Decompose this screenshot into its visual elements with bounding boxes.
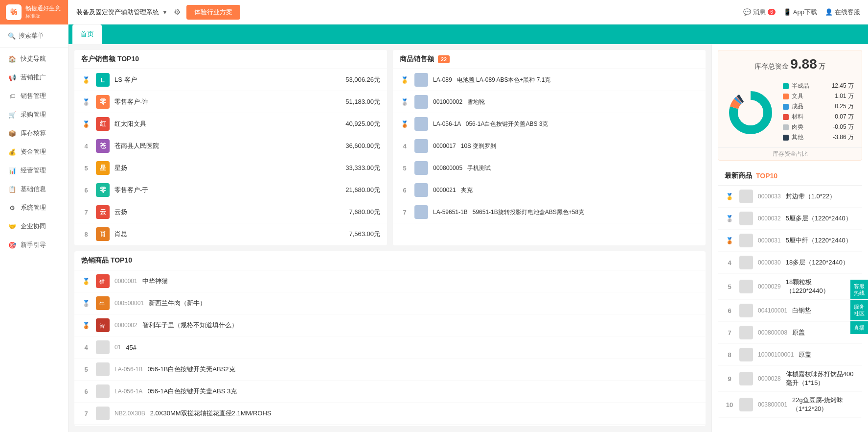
legend-value: 0.25 万 bbox=[835, 102, 854, 111]
trial-button[interactable]: 体验行业方案 bbox=[186, 5, 240, 20]
sidebar-item-sales[interactable]: 🏷 销售管理 bbox=[0, 87, 68, 105]
legend-color-icon bbox=[783, 83, 789, 89]
settings-icon[interactable]: ⚙ bbox=[174, 7, 181, 17]
sidebar-item-marketing[interactable]: 📢 营销推广 bbox=[0, 68, 68, 87]
customer-value: 36,600.00元 bbox=[345, 142, 380, 150]
customer-rank-list: 🥇 L LS 客户 53,006.26元 🥈 零 零售客户-许 51,183.0… bbox=[74, 69, 387, 245]
customer-top10-panel: 客户销售额 TOP10 🥇 L LS 客户 53,006.26元 🥈 bbox=[74, 50, 387, 245]
menu-label: 基础信息 bbox=[21, 185, 46, 193]
product-name: 45# bbox=[126, 344, 699, 351]
product-name: 中华神猫 bbox=[142, 277, 699, 286]
product-image bbox=[739, 304, 753, 317]
rank-number: 5 bbox=[400, 165, 410, 172]
sidebar-item-basic[interactable]: 📋 基础信息 bbox=[0, 180, 68, 198]
newest-products-title: 最新商品 bbox=[725, 171, 752, 180]
legend-color-icon bbox=[783, 135, 789, 141]
product-image bbox=[414, 161, 428, 175]
marketing-icon: 📢 bbox=[8, 73, 17, 82]
customer-top10-title: 客户销售额 TOP10 bbox=[81, 55, 139, 64]
avatar: 肖 bbox=[96, 227, 110, 241]
product-code: LA-056-1B bbox=[114, 366, 142, 373]
service-community-button[interactable]: 服务社区 bbox=[850, 300, 868, 320]
rank-number: 4 bbox=[81, 344, 91, 351]
product-name: LA-59651-1B 59651-1B旋转投影灯电池盒ABS黑色+58克 bbox=[433, 208, 699, 216]
system-selector[interactable]: 装备及固定资产辅助管理系统 ▼ bbox=[76, 8, 168, 17]
product-image bbox=[96, 384, 110, 398]
menu-label: 新手引导 bbox=[21, 240, 46, 249]
hot-products-title: 热销商品 TOP10 bbox=[81, 256, 132, 265]
product-name: 0000021 夹克 bbox=[433, 186, 699, 194]
operation-icon: 📊 bbox=[8, 166, 17, 175]
product-code: 0000031 bbox=[758, 237, 781, 244]
medal-icon: 🥈 bbox=[81, 300, 91, 307]
menu-label: 营销推广 bbox=[21, 73, 46, 82]
product-code: 0000028 bbox=[758, 375, 781, 382]
table-row: 6 0000021 夹克 bbox=[393, 179, 706, 201]
table-row: 🥇 L LS 客户 53,006.26元 bbox=[74, 69, 387, 91]
message-label: 消息 bbox=[753, 8, 766, 17]
tab-home[interactable]: 首页 bbox=[72, 24, 102, 44]
product-image bbox=[96, 340, 110, 354]
customer-value: 40,925.00元 bbox=[345, 120, 380, 128]
legend-value: 1.01 万 bbox=[835, 92, 854, 100]
rank-number: 6 bbox=[81, 388, 91, 395]
legend-color-icon bbox=[783, 114, 789, 120]
legend-value: 12.45 万 bbox=[832, 82, 854, 90]
list-item: 6 LA-056-1A 056-1A白色按键开关盖ABS 3克 bbox=[74, 381, 706, 403]
sidebar-item-guide[interactable]: 🎯 新手引导 bbox=[0, 236, 68, 254]
inventory-total-label: 库存总资金 bbox=[754, 62, 789, 70]
product-code: 01 bbox=[114, 344, 121, 351]
sidebar-item-system[interactable]: ⚙ 系统管理 bbox=[0, 198, 68, 217]
legend-value: -3.86 万 bbox=[833, 133, 854, 142]
product-code: 000500001 bbox=[114, 300, 144, 307]
legend-name: 其他 bbox=[792, 133, 830, 142]
message-button[interactable]: 💬 消息 6 bbox=[743, 8, 776, 17]
product-code: 0000030 bbox=[758, 259, 781, 266]
product-name: 18多层（1220*2440） bbox=[786, 258, 855, 267]
list-item: 🥉 0000031 5厘中纤（1220*2440） bbox=[718, 230, 862, 252]
sidebar-item-finance[interactable]: 💰 资金管理 bbox=[0, 143, 68, 161]
sidebar-item-quick-nav[interactable]: 🏠 快捷导航 bbox=[0, 49, 68, 68]
sidebar-item-cooperation[interactable]: 🤝 企业协同 bbox=[0, 217, 68, 236]
product-name: 18颗粒板（1220*2440） bbox=[786, 278, 855, 295]
product-name: 056-1B白色按键开关壳ABS2克 bbox=[147, 365, 699, 374]
sidebar-item-operation[interactable]: 📊 经营管理 bbox=[0, 161, 68, 180]
customer-name: 苍南县人民医院 bbox=[114, 142, 341, 150]
header: 装备及固定资产辅助管理系统 ▼ ⚙ 体验行业方案 💬 消息 6 📱 App下载 … bbox=[69, 0, 868, 24]
avatar: L bbox=[96, 73, 110, 87]
table-row: 5 000800005 手机测试 bbox=[393, 157, 706, 179]
phone-icon: 📱 bbox=[783, 8, 791, 16]
rank-number: 6 bbox=[725, 307, 734, 314]
search-menu-button[interactable]: 🔍 搜索菜单 bbox=[4, 28, 64, 43]
table-row: 🥉 红 红太阳文具 40,925.00元 bbox=[74, 113, 387, 135]
product-sales-top10-panel: 商品销售额 22 🥇 LA-089 电池盖 LA-089 ABS本色+黑种 7.… bbox=[393, 50, 706, 245]
medal-icon: 🥉 bbox=[81, 120, 91, 128]
rank-number: 5 bbox=[725, 283, 734, 290]
customer-top10-header: 客户销售额 TOP10 bbox=[74, 50, 387, 69]
customer-value: 7,680.00元 bbox=[349, 208, 380, 216]
livestream-button[interactable]: 直播 bbox=[850, 321, 868, 334]
customer-service-button[interactable]: 客服热线 bbox=[850, 280, 868, 300]
app-download-button[interactable]: 📱 App下载 bbox=[783, 8, 817, 17]
medal-icon: 🥇 bbox=[81, 278, 91, 285]
list-item: 4 0000030 18多层（1220*2440） bbox=[718, 252, 862, 274]
list-item: 🥇 猫 0000001 中华神猫 bbox=[74, 270, 706, 292]
list-item: 8 10000100001 原盖 bbox=[718, 344, 862, 366]
table-row: 🥉 LA-056-1A 056-1A白色按键开关盖ABS 3克 bbox=[393, 113, 706, 135]
sidebar-item-inventory[interactable]: 📦 库存核算 bbox=[0, 124, 68, 143]
rank-number: 7 bbox=[81, 209, 91, 216]
medal-icon: 🥇 bbox=[400, 76, 410, 84]
list-item: 8 0000011 12070519-xs bbox=[74, 425, 706, 426]
table-row: 7 LA-59651-1B 59651-1B旋转投影灯电池盒ABS黑色+58克 bbox=[393, 201, 706, 223]
sales-icon: 🏷 bbox=[8, 92, 17, 100]
rank-number: 5 bbox=[81, 165, 91, 172]
finance-icon: 💰 bbox=[8, 147, 17, 156]
product-name: 原盖 bbox=[792, 328, 855, 337]
newest-products-panel: 最新商品 TOP10 🥇 0000033 封边带（1.0*22） 🥈 00000… bbox=[718, 167, 862, 418]
sidebar-item-purchase[interactable]: 🛒 采购管理 bbox=[0, 105, 68, 124]
rank-number: 7 bbox=[400, 209, 410, 216]
rank-number: 10 bbox=[725, 401, 734, 408]
product-image bbox=[739, 212, 753, 225]
online-service-button[interactable]: 👤 在线客服 bbox=[825, 8, 860, 17]
list-item: 7 000800008 原盖 bbox=[718, 322, 862, 344]
